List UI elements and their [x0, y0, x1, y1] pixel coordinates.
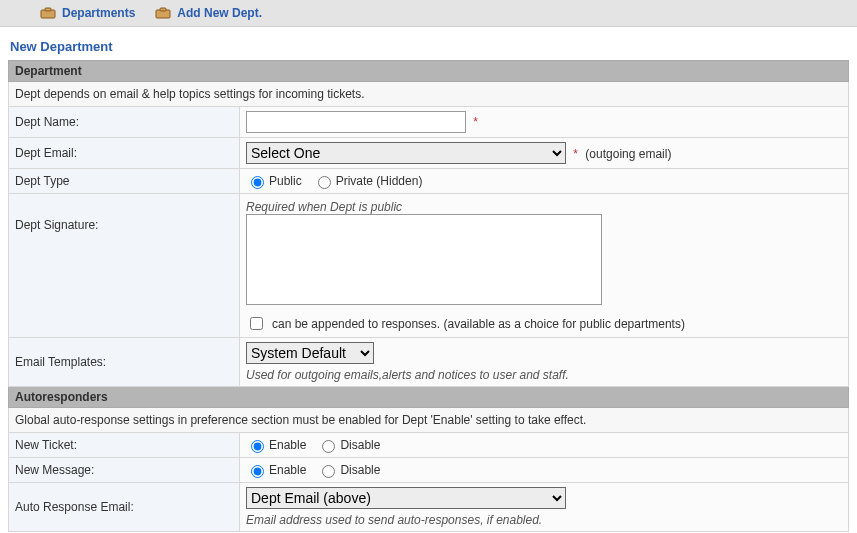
dept-signature-label: Dept Signature: — [9, 194, 240, 338]
section-department-title: Department — [9, 61, 849, 82]
email-templates-hint: Used for outgoing emails,alerts and noti… — [246, 368, 842, 382]
dept-email-label: Dept Email: — [9, 138, 240, 169]
dept-email-select[interactable]: Select One — [246, 142, 566, 164]
toolbar-departments-label: Departments — [62, 6, 135, 20]
new-ticket-enable-label: Enable — [269, 438, 306, 452]
new-ticket-disable-label: Disable — [340, 438, 380, 452]
dept-type-private-radio[interactable] — [318, 176, 331, 189]
dept-name-label: Dept Name: — [9, 107, 240, 138]
svg-rect-3 — [160, 8, 166, 11]
new-ticket-enable-radio[interactable] — [251, 440, 264, 453]
section-autoresponders-desc: Global auto-response settings in prefere… — [9, 408, 849, 433]
signature-append-checkbox[interactable] — [250, 317, 263, 330]
dept-type-public-label: Public — [269, 174, 302, 188]
toolbar-add-label: Add New Dept. — [177, 6, 262, 20]
new-message-enable-label: Enable — [269, 463, 306, 477]
email-templates-select[interactable]: System Default — [246, 342, 374, 364]
new-message-enable-radio[interactable] — [251, 465, 264, 478]
auto-response-email-select[interactable]: Dept Email (above) — [246, 487, 566, 509]
toolbar-departments[interactable]: Departments — [40, 5, 135, 21]
section-autoresponders-title: Autoresponders — [9, 387, 849, 408]
new-message-disable-label: Disable — [340, 463, 380, 477]
dept-type-label: Dept Type — [9, 169, 240, 194]
new-message-label: New Message: — [9, 458, 240, 483]
svg-rect-1 — [45, 8, 51, 11]
page-title: New Department — [10, 39, 849, 54]
dept-signature-textarea[interactable] — [246, 214, 602, 305]
department-form: Department Dept depends on email & help … — [8, 60, 849, 532]
add-dept-icon — [155, 5, 171, 21]
required-star: * — [573, 147, 578, 161]
section-department-desc: Dept depends on email & help topics sett… — [9, 82, 849, 107]
toolbar-add-dept[interactable]: Add New Dept. — [155, 5, 262, 21]
required-star: * — [473, 115, 478, 129]
dept-type-public-radio[interactable] — [251, 176, 264, 189]
new-ticket-disable-radio[interactable] — [322, 440, 335, 453]
departments-icon — [40, 5, 56, 21]
dept-email-tail: (outgoing email) — [585, 147, 671, 161]
dept-name-input[interactable] — [246, 111, 466, 133]
auto-response-email-label: Auto Response Email: — [9, 483, 240, 532]
auto-response-email-hint: Email address used to send auto-response… — [246, 513, 842, 527]
signature-append-text: can be appended to responses. (available… — [272, 317, 685, 331]
dept-signature-hint: Required when Dept is public — [246, 200, 402, 214]
dept-type-private-label: Private (Hidden) — [336, 174, 423, 188]
new-ticket-label: New Ticket: — [9, 433, 240, 458]
toolbar: Departments Add New Dept. — [0, 0, 857, 27]
email-templates-label: Email Templates: — [9, 338, 240, 387]
new-message-disable-radio[interactable] — [322, 465, 335, 478]
